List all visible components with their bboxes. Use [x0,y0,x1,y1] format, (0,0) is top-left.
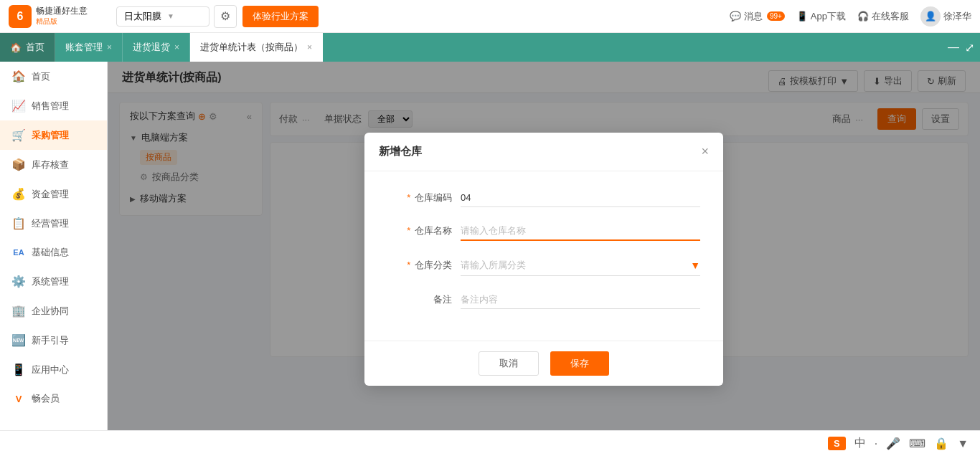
basic-info-icon: EA [11,248,26,257]
headphone-icon: 🎧 [857,11,869,22]
required-star-name: * [407,225,410,236]
modal-close-icon[interactable]: × [701,144,709,159]
sidebar-label-finance: 资金管理 [32,188,69,201]
mic-icon[interactable]: 🎤 [886,437,900,450]
modal-footer: 取消 保存 [364,341,723,386]
modal-header: 新增仓库 × [364,133,723,171]
category-placeholder: 请输入所属分类 [461,259,690,272]
modal-title: 新增仓库 [379,145,422,158]
tab-accounts[interactable]: 账套管理 × [55,33,123,62]
dropdown-bottom-icon[interactable]: ▼ [957,437,969,450]
logo-icon: 6 [9,5,32,28]
tab-stats[interactable]: 进货单统计表（按商品） × [190,33,323,62]
sidebar-item-home[interactable]: 🏠 首页 [0,62,107,91]
sidebar-item-guide[interactable]: 🆕 新手引导 [0,326,107,355]
chevron-down-icon: ▼ [167,12,174,20]
sidebar-label-guide: 新手引导 [32,334,69,347]
tab-home-label: 首页 [26,41,44,54]
keyboard-icon[interactable]: ⌨ [909,437,925,450]
required-star-cat: * [407,260,410,270]
category-label: * 仓库分类 [387,259,452,272]
system-icon: ⚙️ [11,275,26,288]
sidebar-item-sales[interactable]: 📈 销售管理 [0,91,107,120]
notifications-item[interactable]: 💬 消息 99+ [730,10,785,23]
tab-home[interactable]: 🏠 首页 [0,33,55,62]
form-row-note: 备注 [387,290,700,309]
bottombar: S 中 · 🎤 ⌨ 🔒 ▼ [0,430,980,456]
settings-icon[interactable]: ⚙ [214,5,237,28]
message-icon: 💬 [730,11,741,22]
sidebar-label-basic: 基础信息 [32,246,69,259]
sales-icon: 📈 [11,99,26,113]
cancel-button[interactable]: 取消 [479,351,539,376]
logo-sub: 精品版 [36,16,88,27]
tab-expand-icon[interactable]: ⤢ [965,41,974,54]
logo-text: 畅捷通好生意 [36,6,88,17]
layout: 🏠 首页 📈 销售管理 🛒 采购管理 📦 库存核查 💰 资金管理 📋 经营管理 … [0,62,980,456]
member-icon: V [11,394,26,404]
tab-minimize-icon[interactable]: — [948,41,959,54]
warehouse-note-input[interactable] [461,290,700,309]
notifications-label: 消息 [744,10,763,23]
warehouse-code-input[interactable] [461,189,700,207]
lock-icon[interactable]: 🔒 [934,437,948,450]
sidebar-item-enterprise[interactable]: 🏢 企业协同 [0,296,107,326]
tab-returns-close[interactable]: × [174,42,179,52]
home-icon: 🏠 [11,70,26,83]
form-row-code: * 仓库编码 [387,189,700,207]
sidebar-item-operation[interactable]: 📋 经营管理 [0,209,107,238]
store-selector[interactable]: 日太阳膜 ▼ [116,6,209,27]
form-row-category: * 仓库分类 请输入所属分类 ▼ [387,255,700,276]
app-download-item[interactable]: 📱 App下载 [796,10,846,23]
sidebar-item-purchase[interactable]: 🛒 采购管理 [0,120,107,150]
sidebar-item-finance[interactable]: 💰 资金管理 [0,179,107,209]
sidebar-item-inventory[interactable]: 📦 库存核查 [0,150,107,179]
save-button[interactable]: 保存 [550,351,609,376]
finance-icon: 💰 [11,187,26,201]
sidebar-label-home: 首页 [32,70,50,83]
topbar-right: 💬 消息 99+ 📱 App下载 🎧 在线客服 👤 徐泽华 [730,6,971,27]
operation-icon: 📋 [11,217,26,230]
sidebar-label-appstore: 应用中心 [32,364,69,376]
tab-stats-close[interactable]: × [307,42,312,52]
enterprise-icon: 🏢 [11,304,26,318]
dot-icon[interactable]: · [875,437,877,450]
sidebar-label-inventory: 库存核查 [32,158,69,171]
zh-input-icon[interactable]: 中 [854,436,866,451]
sidebar-label-sales: 销售管理 [32,100,69,113]
tab-stats-label: 进货单统计表（按商品） [200,41,303,54]
modal-body: * 仓库编码 * 仓库名称 [364,171,723,341]
home-icon: 🏠 [10,42,22,53]
s-logo-bottom: S [828,437,846,450]
sidebar-item-member[interactable]: V 畅会员 [0,384,107,413]
sidebar-item-appstore[interactable]: 📱 应用中心 [0,355,107,384]
sidebar-item-system[interactable]: ⚙️ 系统管理 [0,267,107,296]
appstore-icon: 📱 [11,363,26,376]
tab-returns-label: 进货退货 [133,41,170,54]
sidebar-label-member: 畅会员 [32,392,60,405]
name-label: * 仓库名称 [387,224,452,237]
sidebar-label-operation: 经营管理 [32,217,69,230]
new-warehouse-modal: 新增仓库 × * 仓库编码 * [364,133,723,386]
tab-accounts-close[interactable]: × [107,42,112,52]
tabbar: 🏠 首页 账套管理 × 进货退货 × 进货单统计表（按商品） × — ⤢ [0,33,980,62]
tabbar-actions: — ⤢ [942,33,980,62]
notifications-badge: 99+ [767,11,785,21]
warehouse-name-input[interactable] [461,222,700,241]
phone-icon: 📱 [796,11,808,22]
user-item[interactable]: 👤 徐泽华 [920,6,971,27]
topbar: 6 畅捷通好生意 精品版 日太阳膜 ▼ ⚙ 体验行业方案 💬 消息 99+ 📱 … [0,0,980,33]
sidebar: 🏠 首页 📈 销售管理 🛒 采购管理 📦 库存核查 💰 资金管理 📋 经营管理 … [0,62,108,456]
experience-button[interactable]: 体验行业方案 [242,6,319,27]
modal-overlay: 新增仓库 × * 仓库编码 * [108,62,980,456]
inventory-icon: 📦 [11,158,26,171]
guide-icon: 🆕 [11,333,26,347]
sidebar-label-enterprise: 企业协同 [32,305,69,318]
form-row-name: * 仓库名称 [387,222,700,241]
online-service-item[interactable]: 🎧 在线客服 [857,10,909,23]
note-label: 备注 [387,293,452,306]
category-select-row[interactable]: 请输入所属分类 ▼ [461,255,700,276]
tab-returns[interactable]: 进货退货 × [123,33,190,62]
avatar: 👤 [920,6,941,27]
sidebar-item-basic[interactable]: EA 基础信息 [0,238,107,267]
